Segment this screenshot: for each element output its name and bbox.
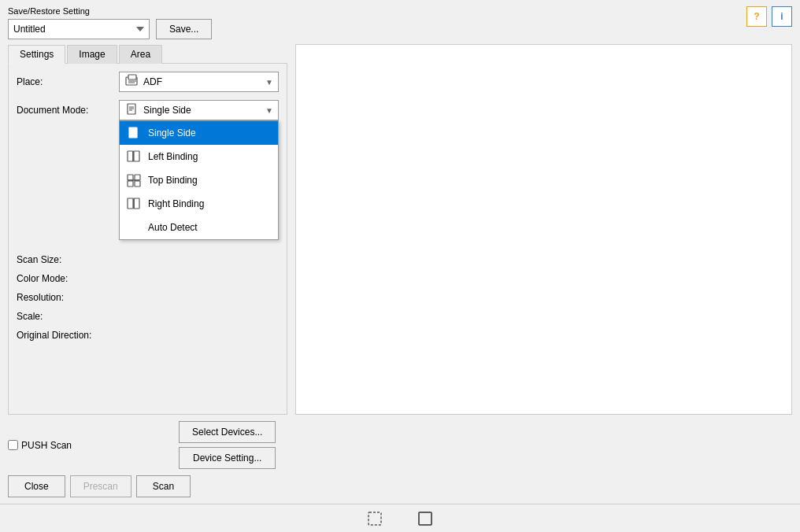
- color-mode-label: Color Mode:: [17, 273, 119, 284]
- tab-settings[interactable]: Settings: [8, 45, 65, 64]
- preview-panel: [295, 44, 792, 415]
- left-binding-option-icon: [124, 148, 143, 165]
- resolution-row: Resolution:: [17, 292, 279, 303]
- push-scan-label: PUSH Scan: [21, 440, 72, 451]
- document-mode-row: Document Mode:: [17, 100, 279, 120]
- scale-row: Scale:: [17, 311, 279, 322]
- option-single-side[interactable]: Single Side: [120, 121, 278, 145]
- scan-size-row: Scan Size:: [17, 254, 279, 265]
- resolution-label: Resolution:: [17, 292, 119, 303]
- svg-rect-23: [369, 512, 381, 525]
- auto-detect-option-icon: [124, 219, 143, 236]
- svg-rect-20: [128, 198, 133, 209]
- prescan-button: Prescan: [70, 475, 131, 497]
- top-binding-option-icon: [124, 172, 143, 189]
- single-side-icon-header: [124, 102, 140, 119]
- help-question-button[interactable]: ?: [746, 6, 767, 27]
- original-direction-label: Original Direction:: [17, 330, 119, 341]
- scan-button[interactable]: Scan: [136, 475, 191, 497]
- option-auto-detect[interactable]: Auto Detect: [120, 216, 278, 239]
- right-binding-option-icon: [124, 195, 143, 212]
- place-dropdown-arrow: ▼: [265, 78, 273, 87]
- original-direction-row: Original Direction:: [17, 330, 279, 341]
- option-right-binding[interactable]: Right Binding: [120, 192, 278, 216]
- option-top-binding[interactable]: Top Binding: [120, 168, 278, 192]
- select-devices-button[interactable]: Select Devices...: [179, 421, 276, 443]
- help-info-button[interactable]: i: [772, 6, 792, 27]
- svg-rect-12: [128, 151, 133, 161]
- crop-icon[interactable]: [416, 509, 435, 528]
- svg-rect-16: [128, 181, 133, 187]
- preset-dropdown[interactable]: Untitled: [8, 19, 150, 39]
- scan-size-label: Scan Size:: [17, 254, 119, 265]
- doc-mode-dropdown-arrow: ▼: [265, 106, 273, 115]
- color-mode-row: Color Mode:: [17, 273, 279, 284]
- question-icon: ?: [754, 11, 759, 22]
- place-dropdown[interactable]: ADF ▼: [119, 72, 279, 92]
- svg-rect-15: [128, 175, 133, 180]
- scale-label: Scale:: [17, 311, 119, 322]
- single-side-label: Single Side: [148, 127, 196, 139]
- document-mode-menu: Single Side: [119, 120, 279, 240]
- close-button[interactable]: Close: [8, 475, 65, 497]
- push-scan-checkbox-label[interactable]: PUSH Scan: [8, 440, 72, 451]
- svg-rect-1: [128, 75, 136, 79]
- push-scan-checkbox[interactable]: [8, 440, 18, 450]
- tab-area[interactable]: Area: [119, 45, 162, 64]
- tab-image[interactable]: Image: [67, 45, 117, 64]
- top-binding-label: Top Binding: [148, 175, 198, 186]
- svg-rect-21: [134, 198, 139, 209]
- left-binding-label: Left Binding: [148, 151, 198, 162]
- single-side-option-icon: [124, 124, 143, 142]
- info-icon: i: [780, 11, 783, 22]
- svg-rect-13: [134, 151, 139, 161]
- svg-rect-24: [419, 512, 431, 525]
- place-value: ADF: [143, 76, 162, 87]
- save-button[interactable]: Save...: [156, 19, 212, 39]
- place-row: Place:: [17, 72, 279, 92]
- document-mode-label: Document Mode:: [17, 105, 119, 116]
- svg-rect-18: [135, 181, 140, 187]
- save-restore-label: Save/Restore Setting: [8, 6, 212, 16]
- auto-detect-label: Auto Detect: [148, 222, 198, 233]
- device-setting-button[interactable]: Device Setting...: [179, 447, 276, 469]
- option-left-binding[interactable]: Left Binding: [120, 145, 278, 168]
- right-binding-label: Right Binding: [148, 198, 204, 209]
- bottom-toolbar: [0, 504, 800, 532]
- adf-icon: [124, 74, 140, 91]
- place-label: Place:: [17, 76, 119, 87]
- document-mode-dropdown[interactable]: Single Side ▼: [119, 100, 279, 120]
- selection-icon[interactable]: [365, 509, 384, 528]
- svg-rect-17: [135, 175, 140, 180]
- document-mode-value: Single Side: [143, 105, 191, 116]
